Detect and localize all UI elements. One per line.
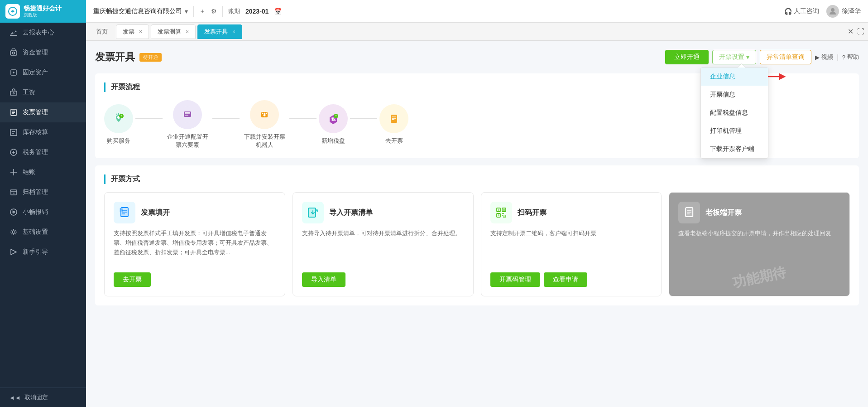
card-scan-title: 扫码开票 (518, 208, 547, 218)
sidebar-item-fund[interactable]: 资金管理 (0, 43, 86, 63)
tab-close-all-button[interactable]: ✕ (848, 27, 854, 36)
sidebar-label-tax: 税务管理 (23, 148, 48, 156)
help-label: 帮助 (847, 53, 859, 61)
svg-rect-57 (685, 208, 694, 217)
sidebar-item-guide[interactable]: 新手引导 (0, 242, 86, 262)
tab-invoice-label: 发票 (123, 28, 134, 36)
tab-invoice-close[interactable]: × (139, 29, 142, 35)
cancel-fixed-label: 取消固定 (24, 393, 48, 402)
sidebar-item-tax[interactable]: 税务管理 (0, 142, 86, 162)
logo-area: 畅捷通好会计 旗舰版 (0, 0, 86, 23)
user-avatar (826, 5, 839, 18)
step-invoice-icon (379, 104, 408, 133)
svg-point-7 (13, 93, 14, 94)
card-import-title: 导入开票清单 (329, 208, 373, 218)
step-4-label: 新增税盘 (321, 137, 345, 145)
flow-step-3: 下载并安装开票机器人 (242, 100, 287, 149)
svg-point-4 (13, 52, 15, 54)
card-scan-desc: 支持定制开票二维码，客户端可扫码开票 (490, 229, 652, 265)
tab-calc[interactable]: 发票测算 × (151, 24, 196, 39)
tab-fullscreen-button[interactable]: ⛶ (857, 28, 864, 36)
activate-button[interactable]: 立即开通 (665, 50, 709, 64)
top-bar: 畅捷通好会计 旗舰版 重庆畅捷交通信息咨询有限公司 ▾ ＋ ⚙ 账期 2023-… (0, 0, 868, 23)
topbar-content: 重庆畅捷交通信息咨询有限公司 ▾ ＋ ⚙ 账期 2023-01 📅 🎧 人工咨询 (86, 0, 868, 23)
cancel-fixed-button[interactable]: ◄◄ 取消固定 (0, 388, 86, 407)
flow-line-4 (350, 118, 377, 119)
logo-icon (5, 4, 20, 19)
video-button[interactable]: ▶ 视频 (815, 53, 833, 61)
inventory-icon (9, 128, 18, 137)
tab-invoice[interactable]: 发票 × (116, 24, 149, 39)
sidebar-item-archive[interactable]: 归档管理 (0, 182, 86, 202)
company-selector[interactable]: 重庆畅捷交通信息咨询有限公司 ▾ (93, 7, 188, 15)
dropdown-item-invoice-info[interactable]: 开票信息 (701, 86, 768, 104)
consult-button[interactable]: 🎧 人工咨询 (784, 7, 819, 15)
tab-bar: 首页 发票 × 发票测算 × 发票开具 × ✕ ⛶ (86, 23, 868, 41)
flow-step-5: 去开票 (379, 104, 408, 145)
card-fill-title: 发票填开 (141, 208, 170, 218)
settings-dropdown-label: 开票设置 (719, 53, 744, 61)
svg-text:+: + (335, 114, 337, 117)
svg-point-33 (266, 113, 267, 114)
user-area[interactable]: 徐泽华 (826, 5, 861, 18)
exception-list-button[interactable]: 异常清单查询 (760, 50, 811, 64)
card-scan-btn2[interactable]: 查看申请 (544, 272, 587, 287)
tab-home-label: 首页 (96, 28, 108, 36)
period-value: 2023-01 (245, 8, 269, 15)
sidebar-label-fund: 资金管理 (23, 48, 48, 57)
card-fill-desc: 支持按照发票样式手工填开发票；可开具增值税电子普通发票、增值税普通发票、增值税专… (114, 229, 276, 265)
method-card-scan: 扫码开票 支持定制开票二维码，客户端可扫码开票 开票码管理 查看申请 (481, 192, 662, 296)
dropdown-arrow (738, 64, 745, 68)
sidebar-item-invoice[interactable]: 发票管理 (0, 102, 86, 122)
svg-marker-14 (11, 249, 16, 255)
calendar-icon[interactable]: 📅 (274, 8, 282, 15)
add-company-button[interactable]: ＋ (199, 7, 206, 15)
tab-issue[interactable]: 发票开具 × (197, 24, 242, 39)
settings-button[interactable]: ⚙ (211, 8, 217, 15)
tab-home[interactable]: 首页 (90, 24, 114, 39)
card-scan-btn1[interactable]: 开票码管理 (490, 272, 540, 287)
sidebar-item-closeaccount[interactable]: 结账 (0, 162, 86, 182)
flow-line-3 (289, 118, 317, 119)
card-fill-btn[interactable]: 去开票 (114, 272, 151, 287)
help-button[interactable]: ? 帮助 (842, 53, 859, 61)
dropdown-item-tax-disk[interactable]: 配置税盘信息 (701, 104, 768, 122)
svg-rect-56 (498, 214, 499, 216)
svg-rect-9 (10, 129, 17, 136)
settings-dropdown-button[interactable]: 开票设置 ▾ (712, 50, 756, 64)
card-fill-icon (114, 202, 135, 223)
card-import-btn[interactable]: 导入清单 (302, 272, 345, 287)
card-import-header: 导入开票清单 (302, 202, 464, 223)
sidebar-label-inventory: 库存核算 (23, 128, 48, 136)
tab-calc-close[interactable]: × (186, 29, 189, 35)
svg-point-1 (831, 8, 834, 12)
page-title-area: 发票开具 待开通 (95, 50, 162, 64)
sidebar-item-salary[interactable]: 工资 (0, 82, 86, 102)
flow-step-1: + 购买服务 (104, 104, 133, 145)
close-account-icon (9, 168, 18, 177)
sidebar-label-close: 结账 (23, 168, 35, 176)
dropdown-item-company[interactable]: 企业信息 (701, 68, 768, 86)
chevron-down-icon: ▾ (746, 53, 749, 61)
card-scan-buttons: 开票码管理 查看申请 (490, 272, 652, 287)
dropdown-item-printer[interactable]: 打印机管理 (701, 122, 768, 140)
consult-label: 人工咨询 (794, 7, 819, 15)
sidebar-label-cloud: 云报表中心 (23, 29, 54, 37)
sidebar-item-inventory[interactable]: 库存核算 (0, 122, 86, 142)
separator: | (837, 53, 839, 61)
money-icon (9, 48, 18, 57)
sidebar-item-expense[interactable]: 小畅报销 (0, 202, 86, 222)
period-label: 账期 (228, 7, 240, 15)
sidebar-item-assets[interactable]: 固定资产 (0, 63, 86, 82)
svg-rect-11 (10, 190, 17, 191)
sidebar-item-cloud-reports[interactable]: 云报表中心 (0, 23, 86, 43)
sidebar-label-expense: 小畅报销 (23, 208, 48, 216)
play-icon: ▶ (815, 54, 820, 61)
sidebar-item-settings[interactable]: 基础设置 (0, 222, 86, 242)
dropdown-item-download-client[interactable]: 下载开票客户端 (701, 140, 768, 158)
pin-icon: ◄◄ (9, 394, 21, 401)
tab-issue-close[interactable]: × (232, 29, 235, 35)
card-boss-desc: 查看老板端小程序提交的开票申请，并作出相应的处理回复 (678, 229, 840, 265)
logo-badge: 旗舰版 (24, 12, 62, 18)
red-arrow-indicator (768, 72, 786, 82)
